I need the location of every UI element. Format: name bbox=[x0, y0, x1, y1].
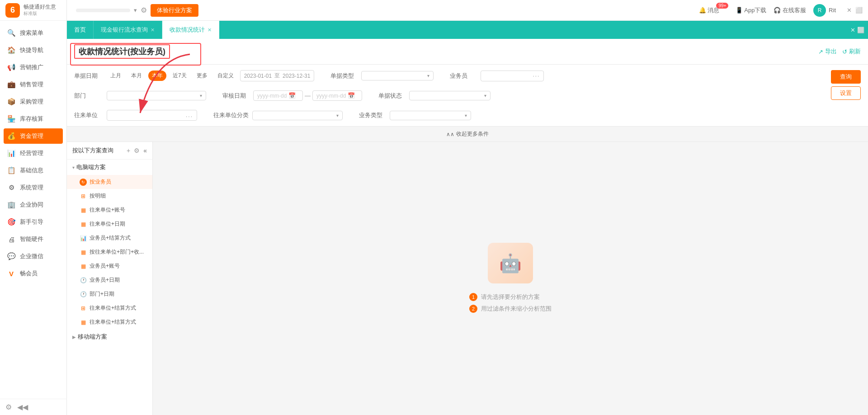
sidebar-item-member[interactable]: V 畅会员 bbox=[0, 265, 66, 282]
window-maximize-button[interactable]: ⬜ bbox=[855, 7, 863, 14]
doc-status-select[interactable]: ▾ bbox=[409, 91, 491, 100]
date-range-input[interactable]: 2023-01-01 至 2023-12-31 bbox=[240, 70, 315, 81]
sidebar-item-newbie[interactable]: 🎯 新手引导 bbox=[0, 213, 66, 231]
sidebar-label-member: 畅会员 bbox=[20, 269, 38, 278]
app-download-button[interactable]: 📱 App下载 bbox=[736, 6, 766, 14]
tab-bank[interactable]: 现金银行流水查询 ✕ bbox=[94, 21, 162, 39]
sidebar-label-inventory: 库存核算 bbox=[20, 115, 43, 123]
sidebar-label-search: 搜索菜单 bbox=[20, 29, 43, 37]
sidebar-item-inventory[interactable]: 🏪 库存核算 bbox=[0, 110, 66, 127]
scheme-item-unit-account[interactable]: ▦ 往来单位+账号 bbox=[67, 203, 152, 217]
tab-receipt-close[interactable]: ✕ bbox=[208, 27, 212, 33]
sidebar-item-purchase[interactable]: 📦 采购管理 bbox=[0, 93, 66, 110]
enterprise-icon: 🏢 bbox=[7, 201, 15, 209]
date-from-value: 2023-01-01 bbox=[244, 73, 272, 79]
doc-type-filter: 单据类型 ▾ bbox=[330, 71, 434, 80]
query-button[interactable]: 查询 bbox=[831, 70, 861, 84]
scheme-group-header-desktop[interactable]: ▾ 电脑端方案 bbox=[67, 160, 152, 175]
scheme-item-dept-date[interactable]: 🕐 部门+日期 bbox=[67, 287, 152, 301]
sidebar-collapse-icon[interactable]: ◀◀ bbox=[17, 403, 28, 411]
partner-input[interactable]: ... bbox=[107, 110, 197, 121]
dept-date-icon: 🕐 bbox=[80, 291, 87, 298]
sidebar-item-search[interactable]: 🔍 搜索菜单 bbox=[0, 24, 66, 42]
scheme-group-header-mobile[interactable]: ▶ 移动端方案 bbox=[67, 329, 152, 344]
date-btn-lastmonth[interactable]: 上月 bbox=[107, 71, 125, 81]
top-search-bar[interactable] bbox=[76, 9, 130, 12]
tab-close-all[interactable]: ✕ bbox=[850, 27, 855, 33]
main-content: 收款情况统计(按业务员) ↗ 导出 ↺ 刷新 单据日期 上月 本月 bbox=[67, 39, 868, 415]
scheme-item-by-salesperson[interactable]: ↻ 按业务员 bbox=[67, 175, 152, 189]
scheme-item-unit-dept[interactable]: ▦ 按往来单位+部门+收... bbox=[67, 245, 152, 259]
filter-settings-button[interactable]: 设置 bbox=[831, 86, 861, 100]
tab-fullscreen[interactable]: ⬜ bbox=[857, 27, 864, 33]
scheme-item-unit-settle2[interactable]: ▦ 往来单位+结算方式 bbox=[67, 315, 152, 329]
biz-type-select[interactable]: ▾ bbox=[390, 111, 471, 120]
sidebar-item-quicknav[interactable]: 🏠 快捷导航 bbox=[0, 42, 66, 59]
finance-icon: 💰 bbox=[7, 132, 15, 140]
salesperson-select[interactable]: ··· bbox=[481, 71, 544, 81]
user-area[interactable]: R Rit bbox=[813, 4, 836, 17]
notification-button[interactable]: 🔔 消息 99+ bbox=[699, 6, 719, 14]
empty-hint-2: 用过滤条件来缩小分析范围 bbox=[481, 305, 552, 313]
scheme-item-salesperson-account[interactable]: ▦ 业务员+账号 bbox=[67, 259, 152, 273]
doc-type-select[interactable]: ▾ bbox=[361, 71, 434, 80]
date-picker-group: 上月 本月 本年 近7天 更多 自定义 2023-01-01 至 2023-12… bbox=[107, 70, 314, 81]
export-icon: ↗ bbox=[818, 48, 823, 55]
sidebar-item-marketing[interactable]: 📢 营销推广 bbox=[0, 59, 66, 76]
scheme-group-desktop: ▾ 电脑端方案 ↻ 按业务员 ⊞ 按明细 ▦ 往来单位+账号 ▦ bbox=[67, 160, 152, 329]
scheme-item-unit-date[interactable]: ▦ 往来单位+日期 bbox=[67, 217, 152, 231]
scheme-item-by-detail[interactable]: ⊞ 按明细 bbox=[67, 189, 152, 203]
dept-select[interactable]: ▾ bbox=[107, 91, 206, 100]
sidebar-item-operations[interactable]: 📊 经营管理 bbox=[0, 145, 66, 162]
scheme-collapse-icon[interactable]: « bbox=[143, 147, 147, 154]
sidebar-bottom: ⚙ ◀◀ bbox=[0, 399, 66, 415]
collapse-label: 收起更多条件 bbox=[456, 130, 489, 138]
trial-button[interactable]: 体验行业方案 bbox=[151, 4, 198, 17]
refresh-button[interactable]: ↺ 刷新 bbox=[842, 47, 861, 56]
sidebar-item-hardware[interactable]: 🖨 智能硬件 bbox=[0, 231, 66, 248]
search-icon: 🔍 bbox=[7, 29, 15, 37]
export-button[interactable]: ↗ 导出 bbox=[818, 47, 837, 56]
sidebar-item-wechat[interactable]: 💬 企业微信 bbox=[0, 248, 66, 265]
sidebar-item-basics[interactable]: 📋 基础信息 bbox=[0, 162, 66, 179]
tab-bank-label: 现金银行流水查询 bbox=[101, 26, 148, 34]
date-btn-last7[interactable]: 近7天 bbox=[169, 71, 190, 81]
dept-arrow: ▾ bbox=[200, 93, 202, 98]
sidebar-item-system[interactable]: ⚙ 系统管理 bbox=[0, 179, 66, 196]
newbie-icon: 🎯 bbox=[7, 218, 15, 226]
scheme-item-label-salesperson-account: 业务员+账号 bbox=[90, 262, 120, 270]
detail-grid-icon: ⊞ bbox=[80, 193, 87, 200]
audit-date-to[interactable]: yyyy-mm-dd 📅 bbox=[312, 90, 362, 101]
scheme-item-salesperson-settle[interactable]: 📊 业务员+结算方式 bbox=[67, 231, 152, 245]
audit-date-from[interactable]: yyyy-mm-dd 📅 bbox=[253, 90, 303, 101]
date-btn-custom[interactable]: 自定义 bbox=[214, 71, 237, 81]
collapse-bar[interactable]: ∧∧ 收起更多条件 bbox=[67, 127, 868, 142]
tab-home[interactable]: 首页 bbox=[67, 21, 94, 39]
scheme-add-icon[interactable]: + bbox=[127, 147, 130, 154]
sidebar-item-sales[interactable]: 💼 销售管理 bbox=[0, 76, 66, 93]
date-btn-more[interactable]: 更多 bbox=[193, 71, 211, 81]
sidebar-item-enterprise[interactable]: 🏢 企业协同 bbox=[0, 196, 66, 213]
app-logo-icon: 6 bbox=[5, 3, 20, 18]
filter-btn-column: 查询 设置 bbox=[831, 70, 861, 100]
tab-bank-close[interactable]: ✕ bbox=[151, 27, 155, 33]
top-settings-icon[interactable]: ⚙ bbox=[141, 6, 147, 14]
download-icon: 📱 bbox=[736, 7, 743, 14]
scheme-item-salesperson-date[interactable]: 🕐 业务员+日期 bbox=[67, 273, 152, 287]
date-btn-thismonth[interactable]: 本月 bbox=[127, 71, 146, 81]
tab-receipt[interactable]: 收款情况统计 ✕ bbox=[162, 21, 219, 39]
doc-status-filter: 单据状态 ▾ bbox=[378, 91, 491, 100]
app-download-label: App下载 bbox=[744, 7, 766, 14]
scheme-settings-icon[interactable]: ⚙ bbox=[134, 147, 140, 154]
online-service-button[interactable]: 🎧 在线客服 bbox=[774, 6, 806, 14]
top-dropdown-icon[interactable]: ▾ bbox=[134, 7, 137, 14]
scheme-item-unit-settle1[interactable]: ⊞ 往来单位+结算方式 bbox=[67, 301, 152, 315]
partner-type-select[interactable]: ▾ bbox=[252, 111, 343, 120]
scheme-panel-title: 按以下方案查询 bbox=[72, 146, 113, 155]
window-close-button[interactable]: ✕ bbox=[847, 7, 852, 14]
sidebar-item-finance[interactable]: 💰 资金管理 bbox=[4, 128, 63, 144]
sidebar-settings-icon[interactable]: ⚙ bbox=[5, 403, 12, 411]
date-btn-thisyear[interactable]: 本年 bbox=[148, 71, 166, 81]
sidebar-label-finance: 资金管理 bbox=[20, 132, 43, 140]
marketing-icon: 📢 bbox=[7, 63, 15, 71]
